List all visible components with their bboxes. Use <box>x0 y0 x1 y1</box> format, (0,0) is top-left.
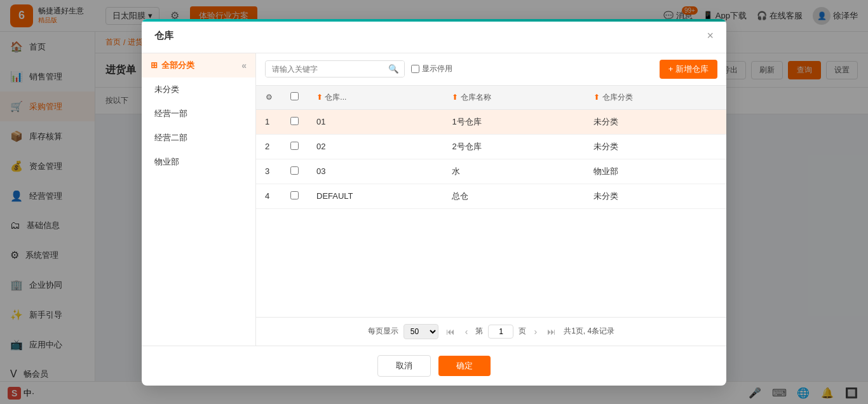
row-name: 水 <box>443 159 585 184</box>
show-disabled-label[interactable]: 显示停用 <box>411 64 452 74</box>
row-category: 未分类 <box>585 109 726 134</box>
row-check <box>281 184 308 208</box>
sort-icon-code: ⬆ <box>316 93 323 102</box>
row-code: 02 <box>308 134 443 159</box>
warehouse-table: ⚙ ⬆ 仓库... ⬆ 仓库名称 <box>256 86 726 317</box>
row-check <box>281 109 308 134</box>
next-page-btn[interactable]: › <box>531 325 539 338</box>
row-code: DEFAULT <box>308 184 443 208</box>
all-category-header[interactable]: ⊞ 全部分类 « <box>142 53 255 77</box>
dialog-body: ⊞ 全部分类 « 未分类 经营一部 经营二部 物业部 <box>142 53 726 346</box>
search-icon-button[interactable]: 🔍 <box>383 61 404 77</box>
total-text: 共1页, 4条记录 <box>564 326 614 337</box>
category-panel: ⊞ 全部分类 « 未分类 经营一部 经营二部 物业部 <box>142 53 256 346</box>
search-box: 🔍 <box>265 60 405 77</box>
sort-icon-cat: ⬆ <box>593 93 600 102</box>
table-searchbar: 🔍 显示停用 + 新增仓库 <box>256 53 726 86</box>
data-table: ⚙ ⬆ 仓库... ⬆ 仓库名称 <box>256 86 726 209</box>
dialog-header: 仓库 × <box>142 19 726 53</box>
page-label: 第 <box>475 326 483 337</box>
category-item-property[interactable]: 物业部 <box>142 150 255 174</box>
select-all-checkbox[interactable] <box>290 92 299 100</box>
th-check <box>281 86 308 110</box>
dialog-title: 仓库 <box>154 30 173 42</box>
last-page-btn[interactable]: ⏭ <box>545 325 559 338</box>
dialog-footer: 取消 确定 <box>142 346 726 386</box>
table-header-row: ⚙ ⬆ 仓库... ⬆ 仓库名称 <box>256 86 726 110</box>
collapse-icon[interactable]: « <box>241 60 247 71</box>
page-input[interactable] <box>488 325 513 339</box>
teal-bar <box>142 19 726 22</box>
table-panel: 🔍 显示停用 + 新增仓库 ⚙ <box>256 53 726 346</box>
th-category: ⬆ 仓库分类 <box>585 86 726 110</box>
sort-icon-name: ⬆ <box>452 93 458 102</box>
row-check <box>281 134 308 159</box>
warehouse-dialog: 仓库 × ⊞ 全部分类 « 未分类 经营一部 <box>142 19 726 386</box>
row-category: 未分类 <box>585 134 726 159</box>
confirm-button[interactable]: 确定 <box>438 356 491 376</box>
prev-page-btn[interactable]: ‹ <box>463 325 471 338</box>
per-page-select[interactable]: 50 100 200 <box>403 324 438 339</box>
row-no: 3 <box>256 159 281 184</box>
search-input[interactable] <box>266 62 383 77</box>
row-code: 01 <box>308 109 443 134</box>
pagination: 每页显示 50 100 200 ⏮ ‹ 第 页 › ⏭ 共1页, 4条记录 <box>256 317 726 346</box>
first-page-btn[interactable]: ⏮ <box>444 325 458 338</box>
table-row[interactable]: 3 03 水 物业部 <box>256 159 726 184</box>
row-no: 1 <box>256 109 281 134</box>
row-name: 2号仓库 <box>443 134 585 159</box>
category-item-ops1[interactable]: 经营一部 <box>142 102 255 126</box>
per-page-label: 每页显示 <box>368 326 398 337</box>
table-row[interactable]: 4 DEFAULT 总仓 未分类 <box>256 184 726 208</box>
row-no: 4 <box>256 184 281 208</box>
row-name: 总仓 <box>443 184 585 208</box>
th-gear: ⚙ <box>256 86 281 110</box>
grid-icon: ⊞ <box>151 60 158 70</box>
row-no: 2 <box>256 134 281 159</box>
th-name: ⬆ 仓库名称 <box>443 86 585 110</box>
page-unit: 页 <box>519 326 526 337</box>
row-code: 03 <box>308 159 443 184</box>
row-check <box>281 159 308 184</box>
show-disabled-checkbox[interactable] <box>411 65 419 73</box>
table-row[interactable]: 2 02 2号仓库 未分类 <box>256 134 726 159</box>
table-row[interactable]: 1 01 1号仓库 未分类 <box>256 109 726 134</box>
category-item-unclassified[interactable]: 未分类 <box>142 77 255 102</box>
row-category: 物业部 <box>585 159 726 184</box>
dialog-overlay: 仓库 × ⊞ 全部分类 « 未分类 经营一部 <box>0 0 868 404</box>
row-name: 1号仓库 <box>443 109 585 134</box>
close-icon[interactable]: × <box>707 29 714 43</box>
row-category: 未分类 <box>585 184 726 208</box>
add-warehouse-button[interactable]: + 新增仓库 <box>660 60 717 79</box>
th-code: ⬆ 仓库... <box>308 86 443 110</box>
cancel-button[interactable]: 取消 <box>377 355 431 377</box>
category-item-ops2[interactable]: 经营二部 <box>142 126 255 150</box>
